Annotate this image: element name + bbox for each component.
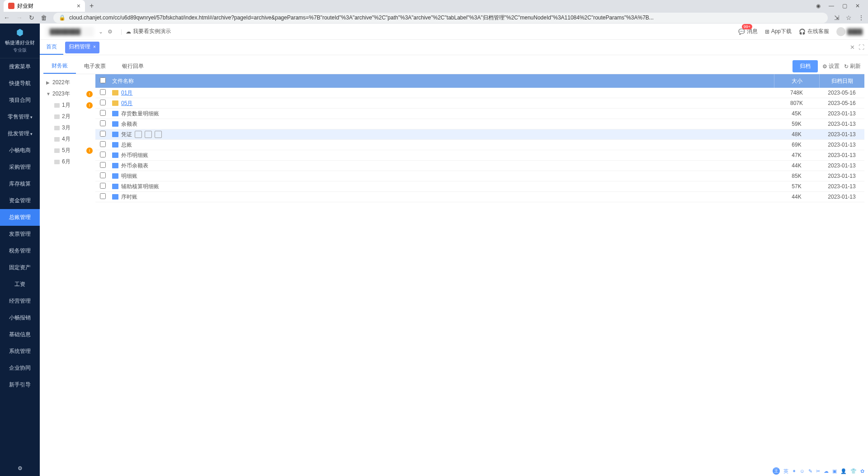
refresh-button[interactable]: ↻刷新 [844, 62, 861, 70]
row-checkbox[interactable] [100, 152, 106, 157]
settings-button[interactable]: ⚙设置 [822, 62, 840, 70]
tree-month-3[interactable]: 3月 [53, 122, 94, 133]
row-checkbox[interactable] [100, 120, 106, 126]
sidebar-item-11[interactable]: 税务管理 [0, 243, 40, 259]
download-icon[interactable] [135, 131, 142, 138]
sidebar-item-12[interactable]: 固定资产 [0, 259, 40, 276]
tree-node-2022[interactable]: ▶ 2022年 [45, 77, 94, 88]
table-row[interactable]: 余额表 59K 2023-01-13 [95, 119, 864, 129]
sidebar-item-4[interactable]: 批发管理▾ [0, 125, 40, 142]
shield-icon[interactable]: ◉ [816, 3, 821, 9]
subtab-invoice[interactable]: 电子发票 [76, 59, 114, 74]
sidebar-item-13[interactable]: 工资 [0, 276, 40, 293]
sidebar-item-15[interactable]: 小畅报销 [0, 309, 40, 326]
sidebar-item-19[interactable]: 新手引导 [0, 376, 40, 393]
back-button[interactable]: ← [4, 14, 10, 21]
tab-archive[interactable]: 归档管理 × [65, 42, 99, 53]
ime-logo-icon[interactable]: 王 [773, 467, 780, 475]
select-all-checkbox[interactable] [100, 77, 106, 83]
browser-tab[interactable]: 好业财 × [4, 0, 85, 12]
row-checkbox[interactable] [100, 193, 106, 199]
table-row[interactable]: 明细账 85K 2023-01-13 [95, 171, 864, 181]
ime-pic-icon[interactable]: ▣ [832, 468, 837, 474]
download-button[interactable]: ⊞ App下载 [765, 28, 792, 35]
new-tab-button[interactable]: + [90, 2, 94, 10]
row-checkbox[interactable] [100, 100, 106, 105]
tree-month-6[interactable]: 6月 [53, 156, 94, 167]
table-row[interactable]: 外币明细账 47K 2023-01-13 [95, 150, 864, 161]
sidebar-item-2[interactable]: 项目合同 [0, 92, 40, 109]
table-row[interactable]: 外币余额表 44K 2023-01-13 [95, 161, 864, 171]
ime-edit-icon[interactable]: ✎ [808, 468, 812, 474]
ime-scissors-icon[interactable]: ✂ [816, 468, 820, 474]
subtab-finance[interactable]: 财务账 [43, 59, 76, 74]
sidebar-item-6[interactable]: 采购管理 [0, 159, 40, 176]
row-checkbox[interactable] [100, 162, 106, 168]
tab-close-icon[interactable]: × [77, 2, 80, 10]
tree-node-2023[interactable]: ▼ 2023年 ! [45, 88, 94, 100]
sidebar-settings-icon[interactable]: ⚙ [0, 461, 40, 476]
sidebar-item-7[interactable]: 库存核算 [0, 176, 40, 192]
row-checkbox[interactable] [100, 89, 106, 95]
table-row[interactable]: 凭证 48K 2023-01-13 [95, 129, 864, 140]
row-checkbox[interactable] [100, 131, 106, 137]
subtab-bank[interactable]: 银行回单 [114, 59, 152, 74]
close-all-icon[interactable]: ✕ [850, 44, 855, 51]
tree-month-1[interactable]: 1月! [53, 100, 94, 111]
file-link[interactable]: 01月 [121, 89, 132, 97]
sidebar-item-9[interactable]: 总账管理 [0, 209, 40, 226]
support-button[interactable]: 🎧 在线客服 [799, 28, 829, 35]
archive-button[interactable]: 归档 [793, 60, 818, 72]
table-row[interactable]: 05月 807K 2023-05-16 [95, 98, 864, 109]
ime-cloud-icon[interactable]: ☁ [824, 468, 829, 474]
sidebar-item-10[interactable]: 发票管理 [0, 226, 40, 243]
maximize-icon[interactable]: ▢ [842, 3, 847, 9]
install-icon[interactable]: ⇲ [834, 14, 840, 21]
table-row[interactable]: 序时账 44K 2023-01-13 [95, 192, 864, 202]
ime-shirt-icon[interactable]: 👕 [850, 468, 857, 474]
table-row[interactable]: 辅助核算明细账 57K 2023-01-13 [95, 181, 864, 192]
table-row[interactable]: 总账 69K 2023-01-13 [95, 140, 864, 150]
reload-button[interactable]: ↻ [29, 14, 34, 21]
more-icon[interactable]: ⋮ [858, 14, 864, 21]
sidebar-item-8[interactable]: 资金管理 [0, 192, 40, 209]
ime-gear-icon[interactable]: ✿ [860, 468, 864, 474]
ime-smile-icon[interactable]: ☺ [800, 468, 805, 474]
tree-month-5[interactable]: 5月! [53, 145, 94, 156]
row-checkbox[interactable] [100, 141, 106, 147]
ime-icon[interactable]: ✦ [792, 468, 796, 474]
export-icon[interactable] [145, 131, 152, 138]
company-dropdown-icon[interactable]: ⌄ [99, 29, 103, 35]
row-checkbox[interactable] [100, 183, 106, 189]
user-menu[interactable]: ████ [836, 27, 863, 36]
sidebar-item-17[interactable]: 系统管理 [0, 343, 40, 360]
sidebar-item-3[interactable]: 零售管理▾ [0, 109, 40, 125]
row-checkbox[interactable] [100, 110, 106, 116]
sidebar-item-1[interactable]: 快捷导航 [0, 75, 40, 92]
tab-home[interactable]: 首页 [40, 40, 63, 55]
tree-month-2[interactable]: 2月 [53, 111, 94, 122]
fullscreen-icon[interactable]: ⛶ [859, 44, 864, 51]
close-window-icon[interactable]: ✕ [855, 3, 860, 9]
sidebar-item-5[interactable]: 小畅电商 [0, 142, 40, 159]
row-checkbox[interactable] [100, 172, 106, 178]
sidebar-item-0[interactable]: 搜索菜单 [0, 58, 40, 75]
tab-close-icon[interactable]: × [93, 44, 96, 49]
preview-icon[interactable] [155, 131, 162, 138]
ime-user-icon[interactable]: 👤 [840, 468, 847, 474]
demo-link[interactable]: ☁ 我要看实例演示 [126, 28, 171, 35]
sidebar-item-14[interactable]: 经营管理 [0, 293, 40, 309]
sidebar-item-18[interactable]: 企业协同 [0, 360, 40, 376]
table-row[interactable]: 存货数量明细账 45K 2023-01-13 [95, 109, 864, 119]
minimize-icon[interactable]: — [829, 3, 834, 9]
url-bar[interactable]: 🔒 cloud.chanjet.com/cc/u6d89qwnryel/57bf… [53, 13, 828, 23]
company-settings-icon[interactable]: ⚙ [108, 29, 113, 35]
star-icon[interactable]: ☆ [846, 14, 852, 21]
file-link[interactable]: 05月 [121, 100, 132, 107]
table-row[interactable]: 01月 748K 2023-05-16 [95, 88, 864, 98]
forward-button[interactable]: → [16, 14, 23, 21]
tree-month-4[interactable]: 4月 [53, 133, 94, 145]
company-selector[interactable]: ████████ [45, 27, 94, 37]
delete-icon[interactable]: 🗑 [41, 14, 47, 21]
sidebar-item-16[interactable]: 基础信息 [0, 326, 40, 343]
